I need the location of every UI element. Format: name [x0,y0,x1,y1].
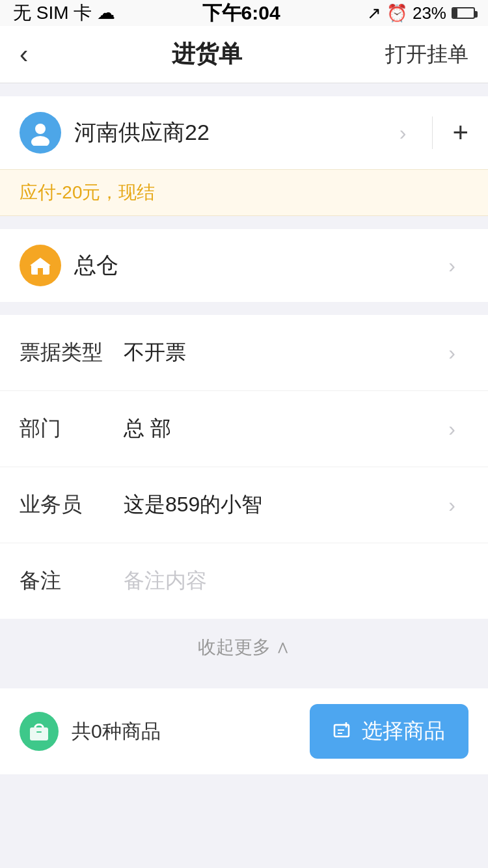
svg-marker-3 [30,258,51,265]
invoice-type-label: 票据类型 [20,338,124,367]
collapse-row[interactable]: 收起更多 ∧ [0,619,488,675]
svg-rect-5 [30,727,48,740]
svg-point-0 [35,124,46,134]
invoice-type-chevron-icon: › [448,341,455,365]
invoice-type-value: 不开票 [124,338,448,367]
salesperson-label: 业务员 [20,491,124,519]
department-chevron-icon: › [448,417,455,441]
open-pending-button[interactable]: 打开挂单 [385,40,468,69]
supplier-chevron-icon: › [400,121,407,145]
svg-rect-6 [36,731,42,733]
add-supplier-button[interactable]: + [452,117,468,148]
select-goods-label: 选择商品 [362,717,445,746]
svg-rect-4 [38,268,43,275]
remark-label: 备注 [20,567,124,595]
collapse-label: 收起更多 ∧ [198,635,291,660]
location-icon: ↗ [367,3,381,23]
warehouse-chevron-icon: › [448,254,455,278]
salesperson-value: 这是859的小智 [124,491,448,519]
remark-value[interactable]: 备注内容 [124,567,468,595]
form-section: 票据类型 不开票 › 部门 总 部 › 业务员 这是859的小智 › 备注 备注… [0,315,488,619]
invoice-type-row[interactable]: 票据类型 不开票 › [0,315,488,391]
alarm-icon: ⏰ [386,3,407,23]
supplier-avatar [20,112,61,154]
status-right: ↗ ⏰ 23% [367,3,475,23]
battery-label: 23% [413,3,446,23]
department-row[interactable]: 部门 总 部 › [0,391,488,467]
remark-row[interactable]: 备注 备注内容 [0,543,488,619]
warehouse-row[interactable]: 总仓 › [0,229,488,302]
supplier-notice: 应付-20元，现结 [0,169,488,216]
supplier-divider [432,116,433,149]
select-goods-icon [333,721,354,742]
status-time: 下午6:04 [202,0,280,27]
supplier-section: 河南供应商22 › + 应付-20元，现结 [0,96,488,216]
goods-icon [20,712,59,751]
salesperson-chevron-icon: › [448,493,455,517]
sim-label: 无 SIM 卡 ☁ [13,1,115,25]
page-rest [0,774,488,868]
supplier-name: 河南供应商22 [74,118,400,148]
status-left: 无 SIM 卡 ☁ [13,1,115,25]
status-bar: 无 SIM 卡 ☁ 下午6:04 ↗ ⏰ 23% [0,0,488,26]
salesperson-row[interactable]: 业务员 这是859的小智 › [0,467,488,543]
supplier-row[interactable]: 河南供应商22 › + [0,96,488,169]
department-value: 总 部 [124,414,448,443]
svg-point-1 [31,136,49,146]
goods-count: 共0种商品 [72,718,310,745]
warehouse-name: 总仓 [74,251,448,280]
warehouse-icon [20,245,61,286]
nav-bar: ‹ 进货单 打开挂单 [0,26,488,83]
back-button[interactable]: ‹ [20,40,28,69]
select-goods-button[interactable]: 选择商品 [310,704,468,759]
bottom-bar: 共0种商品 选择商品 [0,688,488,774]
warehouse-section: 总仓 › [0,229,488,302]
department-label: 部门 [20,414,124,443]
section-divider-1 [0,83,488,96]
battery-icon [452,7,475,19]
page-title: 进货单 [172,38,242,70]
